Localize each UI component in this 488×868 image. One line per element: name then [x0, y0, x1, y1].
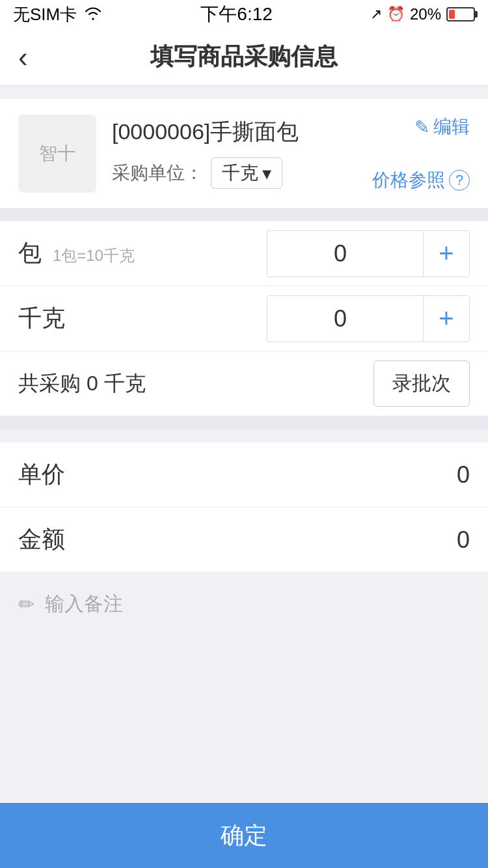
unit-price-row: 单价 0: [0, 442, 488, 508]
input-section: 包 1包=10千克 + 千克 + 共采购 0 千克 录批次: [0, 221, 488, 416]
battery-icon: [446, 7, 475, 21]
unit-value: 千克: [222, 161, 258, 185]
price-ref-button[interactable]: 价格参照 ?: [372, 168, 470, 193]
wifi-icon: [83, 5, 103, 25]
kg-label-group: 千克: [18, 303, 65, 334]
amount-value: 0: [457, 526, 470, 554]
bag-input-right: +: [267, 230, 470, 277]
price-section: 单价 0 金额 0: [0, 442, 488, 573]
remark-section[interactable]: ✏ 输入备注: [0, 573, 488, 636]
unit-price-value: 0: [457, 461, 470, 489]
empty-space: [0, 636, 488, 831]
nav-bar: ‹ 填写商品采购信息: [0, 29, 488, 86]
price-ref-label: 价格参照: [372, 168, 445, 193]
summary-row: 共采购 0 千克 录批次: [0, 351, 488, 416]
bag-label: 包: [18, 239, 42, 266]
battery-percentage: 20%: [410, 5, 441, 23]
bag-label-group: 包 1包=10千克: [18, 237, 135, 269]
pencil-icon: ✏: [18, 593, 34, 616]
product-code: [0000006]: [112, 119, 210, 144]
status-bar-right: ↗ ⏰ 20%: [370, 5, 475, 23]
bag-input-row: 包 1包=10千克 +: [0, 221, 488, 286]
footer: 确定: [0, 803, 488, 868]
amount-row: 金额 0: [0, 508, 488, 573]
unit-price-label: 单价: [18, 459, 65, 491]
product-img-text: 智十: [39, 142, 75, 165]
edit-button[interactable]: ✎ 编辑: [414, 115, 470, 139]
status-bar: 无SIM卡 下午6:12 ↗ ⏰ 20%: [0, 0, 488, 29]
confirm-button[interactable]: 确定: [0, 803, 488, 868]
product-title: 手撕面包: [210, 119, 299, 144]
page-title: 填写商品采购信息: [150, 41, 338, 73]
bag-quantity-input[interactable]: [267, 230, 423, 277]
carrier-label: 无SIM卡: [13, 3, 77, 26]
location-icon: ↗: [370, 6, 382, 23]
unit-label: 采购单位：: [112, 161, 203, 185]
kg-label: 千克: [18, 305, 65, 331]
remark-placeholder: 输入备注: [45, 591, 123, 617]
chevron-down-icon: ▾: [262, 163, 271, 184]
kg-plus-button[interactable]: +: [423, 295, 470, 342]
edit-icon: ✎: [414, 116, 429, 138]
edit-label: 编辑: [433, 115, 470, 139]
unit-dropdown[interactable]: 千克 ▾: [211, 157, 282, 189]
amount-label: 金额: [18, 524, 65, 556]
summary-text: 共采购 0 千克: [18, 370, 146, 398]
status-bar-time: 下午6:12: [200, 2, 273, 27]
section-divider-1: [0, 208, 488, 221]
kg-quantity-input[interactable]: [267, 295, 423, 342]
help-icon: ?: [449, 170, 470, 191]
product-card: 智十 [0000006]手撕面包 采购单位： 千克 ▾ ✎ 编辑 价格参照 ?: [0, 99, 488, 208]
product-image: 智十: [18, 115, 96, 193]
kg-input-row: 千克 +: [0, 286, 488, 351]
back-button[interactable]: ‹: [18, 43, 28, 72]
batch-button[interactable]: 录批次: [373, 360, 470, 407]
bag-plus-button[interactable]: +: [423, 230, 470, 277]
status-bar-left: 无SIM卡: [13, 3, 103, 26]
kg-input-right: +: [267, 295, 470, 342]
alarm-icon: ⏰: [387, 6, 405, 23]
bag-sublabel: 1包=10千克: [53, 247, 135, 264]
section-divider-2: [0, 416, 488, 429]
